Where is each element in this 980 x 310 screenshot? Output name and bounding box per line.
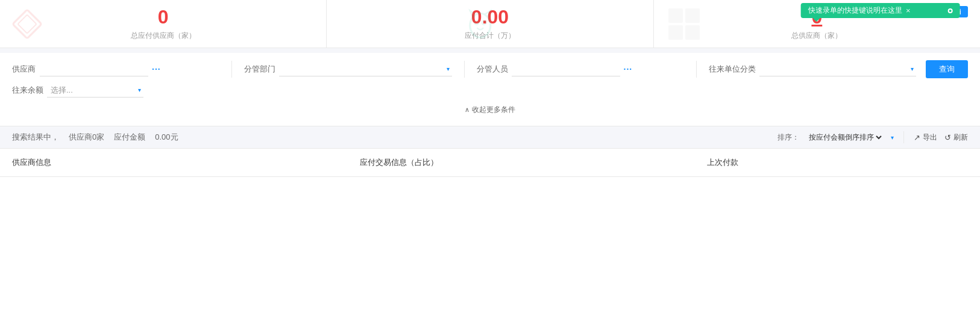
filter-area: 供应商 ··· 分管部门 ▾ 分管人员 ··· 往来单位分类 xyxy=(0,53,980,126)
tooltip-close-btn[interactable]: × xyxy=(906,6,911,15)
divider-2 xyxy=(464,61,465,78)
supplier-input[interactable] xyxy=(40,62,148,76)
diamond-watermark-icon xyxy=(12,9,42,39)
manager-input[interactable] xyxy=(512,62,620,76)
tooltip-line xyxy=(916,10,940,11)
sort-label: 排序： xyxy=(777,132,799,143)
divider-result xyxy=(903,131,904,143)
sort-select[interactable]: 按应付会额倒序排序 xyxy=(806,132,884,142)
tooltip-dot xyxy=(948,8,953,13)
unit-class-select[interactable] xyxy=(759,62,916,76)
sort-arrow-icon: ▾ xyxy=(891,134,894,141)
col-header-supplier: 供应商信息 xyxy=(12,157,360,168)
svg-rect-8 xyxy=(685,25,700,40)
balance-select-wrap: 选择... ▾ xyxy=(47,83,143,98)
department-label: 分管部门 xyxy=(244,64,275,75)
divider-3 xyxy=(696,61,697,78)
balance-label: 往来余额 xyxy=(12,85,43,96)
refresh-icon: ↺ xyxy=(944,133,951,142)
stat-total-payable-suppliers: 0 总应付供应商（家） xyxy=(0,0,327,48)
table-body xyxy=(0,177,980,310)
collapse-row: ∧ 收起更多条件 xyxy=(12,102,968,121)
col-header-transaction: 应付交易信息（占比） xyxy=(360,157,708,168)
ghost-cat-watermark-icon xyxy=(464,8,497,40)
manager-label: 分管人员 xyxy=(477,64,508,75)
export-icon: ↗ xyxy=(914,133,920,142)
result-left: 搜索结果中， 供应商0家 应付金额 0.00元 xyxy=(12,132,178,143)
svg-rect-7 xyxy=(668,25,683,40)
manager-more-btn[interactable]: ··· xyxy=(624,64,633,74)
svg-rect-0 xyxy=(13,9,42,38)
balance-select[interactable]: 选择... xyxy=(47,83,143,97)
result-payable-value: 0.00元 xyxy=(155,132,178,143)
refresh-label: 刷新 xyxy=(953,132,968,143)
supplier-label: 供应商 xyxy=(12,64,36,75)
result-right: 排序： 按应付会额倒序排序 ▾ ↗ 导出 ↺ 刷新 xyxy=(777,131,968,143)
tooltip-text: 快速录单的快捷键说明在这里 xyxy=(808,5,902,16)
export-label: 导出 xyxy=(923,132,937,143)
result-supplier-count: 供应商0家 xyxy=(69,132,104,143)
collapse-btn-label: 收起更多条件 xyxy=(472,105,515,115)
svg-point-4 xyxy=(482,20,486,24)
filter-row-2: 往来余额 选择... ▾ xyxy=(12,83,968,98)
total-suppliers-label: 总供应商（家） xyxy=(791,31,842,41)
quick-entry-tooltip[interactable]: 快速录单的快捷键说明在这里 × xyxy=(801,3,960,18)
refresh-button[interactable]: ↺ 刷新 xyxy=(944,132,968,143)
filter-balance: 往来余额 选择... ▾ xyxy=(12,83,968,98)
svg-rect-1 xyxy=(17,14,36,33)
svg-point-2 xyxy=(470,13,491,37)
filter-supplier: 供应商 ··· xyxy=(12,62,219,76)
stat-total-suppliers: 快速录单的快捷键说明在这里 × 0 总供应商（家） Ai xyxy=(654,0,980,48)
filter-row-1: 供应商 ··· 分管部门 ▾ 分管人员 ··· 往来单位分类 xyxy=(12,60,968,78)
divider-1 xyxy=(231,61,232,78)
filter-manager: 分管人员 ··· xyxy=(477,62,684,76)
query-button[interactable]: 查询 xyxy=(926,60,968,78)
grid-watermark-icon xyxy=(666,6,702,42)
result-payable-label: 应付金额 xyxy=(114,132,145,143)
chevron-up-icon: ∧ xyxy=(465,106,470,114)
unit-class-label: 往来单位分类 xyxy=(709,64,756,75)
unit-class-select-wrap: ▾ xyxy=(759,62,916,76)
export-button[interactable]: ↗ 导出 xyxy=(914,132,937,143)
stat-payable-total: 0.00 应付合计（万） xyxy=(327,0,653,48)
result-prefix: 搜索结果中， xyxy=(12,132,59,143)
table-header: 供应商信息 应付交易信息（占比） 上次付款 xyxy=(0,149,980,177)
svg-rect-5 xyxy=(668,8,683,23)
supplier-more-btn[interactable]: ··· xyxy=(152,64,161,74)
svg-point-3 xyxy=(475,20,479,24)
department-select[interactable] xyxy=(279,62,451,76)
filter-department: 分管部门 ▾ xyxy=(244,62,451,76)
svg-rect-6 xyxy=(685,8,700,23)
total-payable-suppliers-label: 总应付供应商（家） xyxy=(131,31,196,41)
total-payable-suppliers-number: 0 xyxy=(158,7,169,28)
col-header-lastpay: 上次付款 xyxy=(707,157,968,168)
stats-bar: 0 总应付供应商（家） 0.00 应付合计（万） 快速录单的快捷键说明在这里 × xyxy=(0,0,980,48)
collapse-btn[interactable]: ∧ 收起更多条件 xyxy=(465,105,515,115)
department-select-wrap: ▾ xyxy=(279,62,451,76)
result-bar: 搜索结果中， 供应商0家 应付金额 0.00元 排序： 按应付会额倒序排序 ▾ … xyxy=(0,126,980,149)
filter-unit-class: 往来单位分类 ▾ xyxy=(709,62,916,76)
